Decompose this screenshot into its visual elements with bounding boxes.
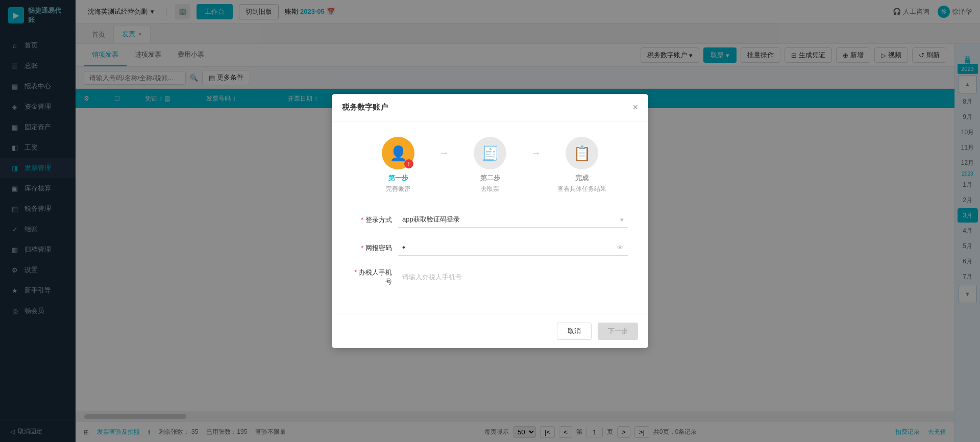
cancel-button[interactable]: 取消 <box>557 323 592 340</box>
step-2: 🧾 第二步 去取票 <box>459 137 521 193</box>
modal-title: 税务数字账户 <box>342 103 388 112</box>
step-3-label: 完成 <box>575 174 589 183</box>
step-1-desc: 完善账密 <box>386 185 410 193</box>
login-method-label: * 登录方式 <box>352 215 398 225</box>
login-method-select[interactable]: app获取验证码登录 ▾ <box>398 212 628 228</box>
steps-indicator: 👤 ! 第一步 完善账密 → 🧾 第二步 去取票 → <box>352 137 628 193</box>
modal-footer: 取消 下一步 <box>332 314 648 348</box>
select-dropdown-icon: ▾ <box>620 216 624 224</box>
step-3: 📋 完成 查看具体任务结果 <box>551 137 612 193</box>
step-arrow-2: → <box>521 137 551 159</box>
next-button[interactable]: 下一步 <box>598 323 638 340</box>
step-1-badge: ! <box>404 159 413 168</box>
step-1-icon: 👤 ! <box>382 137 414 169</box>
phone-input[interactable] <box>398 270 628 284</box>
modal-header: 税务数字账户 × <box>332 94 648 121</box>
step-2-icon: 🧾 <box>474 137 506 169</box>
step-2-label: 第二步 <box>480 174 500 183</box>
password-field: • 👁 <box>398 240 628 256</box>
tax-digital-modal: 税务数字账户 × 👤 ! 第一步 完善账密 → <box>332 94 648 348</box>
modal-close-button[interactable]: × <box>632 102 638 113</box>
step-3-desc: 查看具体任务结果 <box>557 185 606 193</box>
phone-row: * 办税人手机号 <box>352 268 628 286</box>
toggle-password-icon[interactable]: 👁 <box>617 244 624 252</box>
step-arrow-1: → <box>429 137 459 159</box>
login-method-row: * 登录方式 app获取验证码登录 ▾ <box>352 212 628 228</box>
step-1-label: 第一步 <box>388 174 408 183</box>
step-1: 👤 ! 第一步 完善账密 <box>368 137 429 193</box>
modal-overlay: 税务数字账户 × 👤 ! 第一步 完善账密 → <box>0 0 980 442</box>
password-value: • <box>402 243 407 252</box>
modal-body: 👤 ! 第一步 完善账密 → 🧾 第二步 去取票 → <box>332 121 648 314</box>
password-label: * 网报密码 <box>352 243 398 253</box>
password-row: * 网报密码 • 👁 <box>352 240 628 256</box>
step-3-icon: 📋 <box>566 137 598 169</box>
step-2-desc: 去取票 <box>481 185 499 193</box>
phone-label: * 办税人手机号 <box>352 268 398 286</box>
